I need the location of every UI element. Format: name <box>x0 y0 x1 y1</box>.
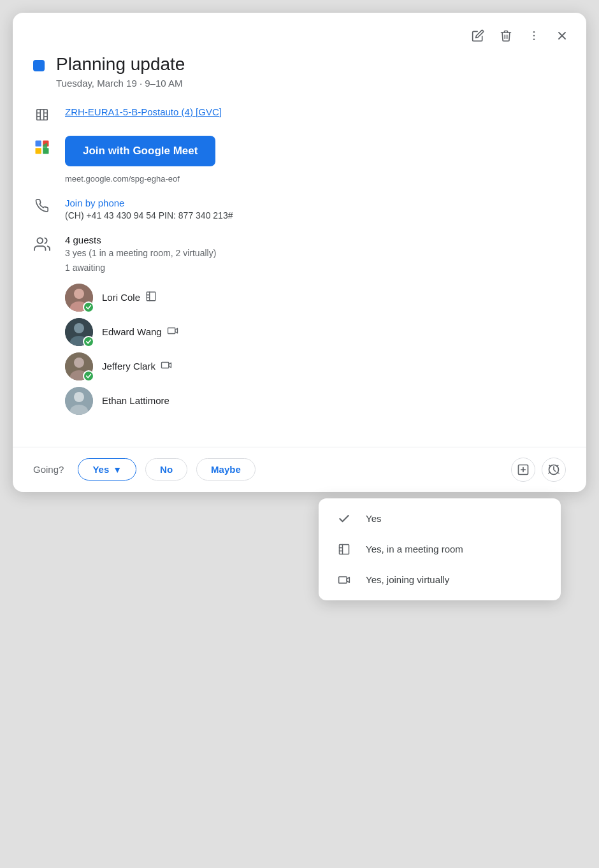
avatar-wrap-edward <box>65 318 93 346</box>
guest-status-icon-jeffery <box>161 359 172 373</box>
svg-point-2 <box>533 39 535 41</box>
svg-rect-33 <box>340 544 349 554</box>
dropdown-item-yes[interactable]: Yes <box>319 503 561 534</box>
meet-url: meet.google.com/spg-egha-eof <box>65 174 566 184</box>
edit-button[interactable] <box>466 24 489 47</box>
svg-rect-8 <box>36 148 41 154</box>
dropdown-item-meeting-room[interactable]: Yes, in a meeting room <box>319 534 561 565</box>
join-phone-link[interactable]: Join by phone <box>65 198 566 208</box>
dropdown-menu: Yes Yes, in a meeting room Yes, joining … <box>319 498 561 600</box>
title-row: Planning update Tuesday, March 19 · 9–10… <box>33 54 566 89</box>
guests-yes-detail: 3 yes (1 in a meeting room, 2 virtually) <box>65 247 566 260</box>
snooze-button[interactable] <box>542 458 566 482</box>
guests-icon <box>33 236 51 252</box>
join-meet-button[interactable]: Join with Google Meet <box>65 136 215 166</box>
no-button[interactable]: No <box>145 458 187 481</box>
guests-awaiting-detail: 1 awaiting <box>65 261 566 275</box>
checkmark-icon <box>336 512 352 525</box>
avatar-check-jeffery <box>83 370 94 382</box>
guest-item: Ethan Lattimore <box>65 387 566 415</box>
guests-content: 4 guests 3 yes (1 in a meeting room, 2 v… <box>65 235 566 415</box>
card-footer: Going? Yes ▼ No Maybe <box>13 447 586 492</box>
room-content: ZRH-EURA1-5-B-Postauto (4) [GVC] <box>65 106 566 118</box>
close-button[interactable] <box>551 24 574 47</box>
guest-list: Lori Cole <box>65 284 566 415</box>
dropdown-item-virtually[interactable]: Yes, joining virtually <box>319 565 561 595</box>
avatar-wrap-jeffery <box>65 352 93 380</box>
delete-button[interactable] <box>494 24 517 47</box>
avatar-wrap-lori <box>65 284 93 312</box>
event-card: Planning update Tuesday, March 19 · 9–10… <box>13 13 586 492</box>
phone-icon <box>33 199 51 213</box>
maybe-button[interactable]: Maybe <box>196 458 256 481</box>
svg-rect-24 <box>161 363 168 368</box>
svg-rect-5 <box>37 109 48 120</box>
meeting-room-icon <box>336 543 352 556</box>
room-section: ZRH-EURA1-5-B-Postauto (4) [GVC] <box>33 106 566 122</box>
svg-rect-19 <box>168 328 175 334</box>
room-link[interactable]: ZRH-EURA1-5-B-Postauto (4) [GVC] <box>65 106 222 117</box>
svg-point-13 <box>74 289 84 299</box>
page-wrapper: Planning update Tuesday, March 19 · 9–10… <box>13 13 586 600</box>
guests-count: 4 guests <box>65 235 566 245</box>
yes-button[interactable]: Yes ▼ <box>78 458 136 481</box>
avatar-wrap-ethan <box>65 387 93 415</box>
svg-point-27 <box>74 392 84 402</box>
phone-section: Join by phone (CH) +41 43 430 94 54 PIN:… <box>33 198 566 221</box>
svg-point-22 <box>74 358 84 368</box>
add-note-button[interactable] <box>511 458 535 482</box>
going-label: Going? <box>33 464 64 475</box>
event-title: Planning update <box>56 54 185 75</box>
meet-icon <box>33 137 51 157</box>
card-body: Planning update Tuesday, March 19 · 9–10… <box>13 54 586 447</box>
svg-rect-6 <box>36 140 41 146</box>
chevron-down-icon[interactable]: ▼ <box>113 465 122 475</box>
guest-item: Jeffery Clark <box>65 352 566 380</box>
more-button[interactable] <box>523 24 545 47</box>
guest-name-ethan: Ethan Lattimore <box>102 395 170 406</box>
svg-point-1 <box>533 35 535 37</box>
svg-rect-34 <box>339 577 347 583</box>
phone-details: (CH) +41 43 430 94 54 PIN: 877 340 213# <box>65 210 566 221</box>
svg-point-0 <box>533 31 535 33</box>
meet-section: Join with Google Meet meet.google.com/sp… <box>33 136 566 184</box>
event-info: Planning update Tuesday, March 19 · 9–10… <box>56 54 185 89</box>
event-color-dot <box>33 60 45 71</box>
card-header <box>13 13 586 54</box>
svg-point-17 <box>74 323 84 333</box>
svg-rect-15 <box>147 292 155 301</box>
avatar-check-lori <box>83 301 94 313</box>
svg-point-11 <box>37 238 43 243</box>
guests-section: 4 guests 3 yes (1 in a meeting room, 2 v… <box>33 235 566 415</box>
avatar-check-edward <box>83 336 94 347</box>
video-icon <box>336 574 352 586</box>
room-icon <box>33 108 51 122</box>
guest-item: Edward Wang <box>65 318 566 346</box>
guest-name-edward: Edward Wang <box>102 325 178 338</box>
guest-name-lori: Lori Cole <box>102 291 157 304</box>
guest-status-icon-lori <box>145 291 157 304</box>
guest-status-icon-edward <box>167 325 178 338</box>
event-date: Tuesday, March 19 · 9–10 AM <box>56 78 185 89</box>
avatar-ethan <box>65 387 93 415</box>
guest-item: Lori Cole <box>65 284 566 312</box>
meet-content: Join with Google Meet meet.google.com/sp… <box>65 136 566 184</box>
guest-name-jeffery: Jeffery Clark <box>102 359 172 373</box>
phone-content: Join by phone (CH) +41 43 430 94 54 PIN:… <box>65 198 566 221</box>
